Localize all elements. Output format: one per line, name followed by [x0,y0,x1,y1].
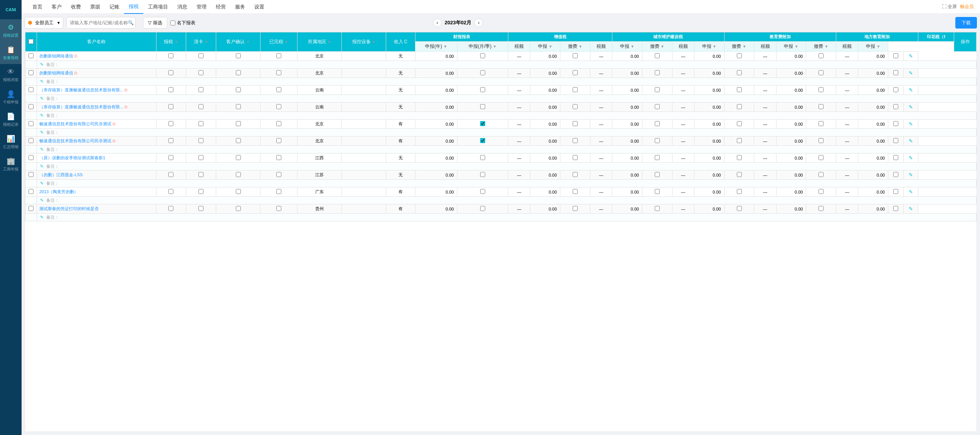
tax-check[interactable] [655,104,660,109]
customer-name-cell[interactable]: （勿删）江西股金-LSS [37,170,156,180]
tax-check[interactable] [893,121,898,126]
queren-checkbox[interactable] [236,206,241,211]
row-select-checkbox[interactable] [29,206,34,211]
wanshui-checkbox[interactable] [276,121,281,126]
tax-check[interactable] [655,87,660,92]
sidebar-item-baoshuilan[interactable]: 👁 报税浏览 [0,64,22,86]
nav-fuwu[interactable]: 服务 [230,0,250,14]
edit-icon[interactable]: ✎ [909,138,913,144]
tax-check[interactable] [893,53,898,58]
tax-check[interactable] [893,70,898,75]
vip-btn[interactable]: 畅会员 [960,3,974,10]
tax-check[interactable] [819,53,824,58]
nav-customer[interactable]: 客户 [47,0,66,14]
row-select-checkbox[interactable] [29,104,34,109]
caibao-annual-checkbox[interactable] [480,121,485,126]
edit-note-icon[interactable]: ✎ [40,96,44,101]
baoshui-checkbox[interactable] [168,53,173,58]
queren-checkbox[interactable] [236,70,241,75]
tax-check[interactable] [819,87,824,92]
caibao-annual-checkbox[interactable] [480,189,485,194]
qingka-checkbox[interactable] [198,172,203,177]
baoshui-checkbox[interactable] [168,172,173,177]
nav-jizhang[interactable]: 记账 [105,0,124,14]
tax-check[interactable] [893,87,898,92]
caibao-annual-checkbox[interactable] [480,206,485,211]
tax-check[interactable] [737,70,742,75]
tax-check[interactable] [573,87,578,92]
sidebar-item-piliangbaoshui[interactable]: 📋 批量报税 [0,42,22,64]
tax-check[interactable] [655,138,660,143]
sidebar-item-geshui[interactable]: 👤 个税申报 [0,86,22,108]
customer-name-cell[interactable]: 勿删新锐网络通信⊙ [37,52,156,61]
tax-check[interactable] [737,121,742,126]
tax-check[interactable] [819,155,824,160]
tax-check[interactable] [573,138,578,143]
next-month-btn[interactable]: › [474,19,483,27]
edit-icon[interactable]: ✎ [909,53,913,59]
row-select-checkbox[interactable] [29,87,34,92]
named-table-checkbox-label[interactable]: 名下报表 [170,20,195,26]
edit-note-icon[interactable]: ✎ [40,113,44,118]
sidebar-item-gongshaonianpiao[interactable]: 🏢 工商年报 [0,153,22,175]
tax-check[interactable] [655,206,660,211]
tax-check[interactable] [655,121,660,126]
baoshui-checkbox[interactable] [168,70,173,75]
download-button[interactable]: 下载 [955,17,977,29]
wanshui-checkbox[interactable] [276,138,281,143]
edit-note-icon[interactable]: ✎ [40,198,44,202]
tax-check[interactable] [573,104,578,109]
tax-check[interactable] [893,189,898,194]
tax-check[interactable] [737,155,742,160]
row-select-checkbox[interactable] [29,138,34,143]
qingka-checkbox[interactable] [198,87,203,92]
customer-name-cell[interactable]: 畅速通信息技术股份有限公司民非测试⊙ [37,137,156,146]
tax-check[interactable] [737,172,742,177]
tax-check[interactable] [737,138,742,143]
tax-check[interactable] [819,189,824,194]
wanshui-checkbox[interactable] [276,172,281,177]
sidebar-item-huizong[interactable]: 📊 汇总明细 [0,131,22,153]
tax-check[interactable] [893,206,898,211]
baoshui-checkbox[interactable] [168,155,173,160]
tax-check[interactable] [655,172,660,177]
queren-checkbox[interactable] [236,53,241,58]
edit-note-icon[interactable]: ✎ [40,62,44,67]
prev-month-btn[interactable]: ‹ [433,19,442,27]
nav-xiaoxi[interactable]: 消息 [173,0,192,14]
tax-check[interactable] [573,206,578,211]
customer-name-cell[interactable]: 测试斯春的凭证打印的时候是否 [37,204,156,214]
queren-checkbox[interactable] [236,155,241,160]
nav-home[interactable]: 首页 [28,0,47,14]
baoshui-checkbox[interactable] [168,138,173,143]
row-select-checkbox[interactable] [29,53,34,58]
customer-name-cell[interactable]: 2013（陶美芳勿删） [37,187,156,197]
wanshui-checkbox[interactable] [276,206,281,211]
qingka-checkbox[interactable] [198,121,203,126]
edit-note-icon[interactable]: ✎ [40,130,44,135]
wanshui-checkbox[interactable] [276,53,281,58]
tax-check[interactable] [655,53,660,58]
nav-shoufei[interactable]: 收费 [66,0,86,14]
qingka-checkbox[interactable] [198,70,203,75]
queren-checkbox[interactable] [236,121,241,126]
baoshui-checkbox[interactable] [168,189,173,194]
caibao-annual-checkbox[interactable] [480,138,485,143]
tax-check[interactable] [819,70,824,75]
qingka-checkbox[interactable] [198,53,203,58]
nav-baoshui[interactable]: 报税 [124,0,143,14]
baoshui-checkbox[interactable] [168,206,173,211]
baoshui-checkbox[interactable] [168,121,173,126]
tax-check[interactable] [737,104,742,109]
baoshui-checkbox[interactable] [168,87,173,92]
tax-check[interactable] [819,121,824,126]
queren-checkbox[interactable] [236,104,241,109]
tax-check[interactable] [893,155,898,160]
edit-note-icon[interactable]: ✎ [40,164,44,169]
edit-icon[interactable]: ✎ [909,121,913,127]
tax-check[interactable] [737,53,742,58]
row-select-checkbox[interactable] [29,155,34,160]
edit-icon[interactable]: ✎ [909,189,913,195]
edit-icon[interactable]: ✎ [909,87,913,93]
select-all-checkbox[interactable] [29,39,34,44]
